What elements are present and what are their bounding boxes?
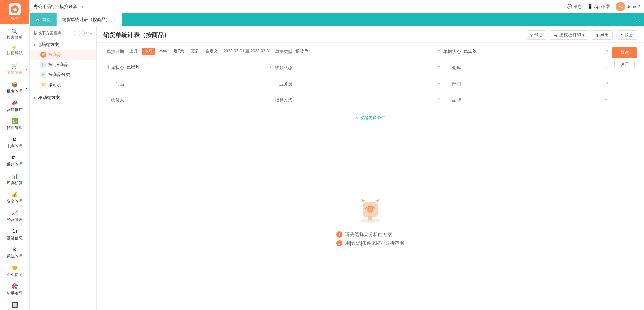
page-title-actions: ? 帮助 🖨 按模板打印 ▾ ⬆ 导出 ↻ 刷新 [527, 30, 637, 40]
page-title: 销货单统计表（按商品） [103, 31, 170, 39]
department-label: 部门 [440, 81, 464, 87]
scheme-icon-product: 按 [40, 52, 46, 58]
date-btn-last-month[interactable]: 上月 [127, 48, 140, 55]
help-icon: ? [530, 33, 533, 38]
tab-minimize-icon[interactable]: — [627, 17, 633, 23]
doc-status-label: 单据状态 [440, 49, 464, 55]
warehouse-label: 仓库 [440, 65, 464, 71]
avatar: Ea [616, 2, 625, 11]
tree-child-by-month-product[interactable]: 月 按月+商品 [30, 60, 96, 70]
sidebar-item-marketing[interactable]: 📣 营销推广 [0, 97, 30, 115]
sidebar-item-finance[interactable]: 💰 资金管理 [0, 189, 30, 207]
tree-node-desktop[interactable]: ▾ 电脑端方案 [30, 40, 96, 50]
sidebar-item-enterprise[interactable]: 🤝 企业协同 [0, 262, 30, 280]
sidebar-logo: 畅 标赛 [0, 0, 30, 24]
app-download-button[interactable]: 📱 App下载 [587, 4, 610, 10]
sidebar-item-system[interactable]: ⚙ 系统管理 [0, 244, 30, 262]
date-btn-this-month[interactable]: 本月 [142, 48, 155, 55]
filter-cell-doc-status: 单据状态 已生效 ▾ [440, 47, 608, 59]
sidebar-item-sales[interactable]: 💹 销售管理 [0, 115, 30, 134]
brand-value[interactable]: ··· [464, 96, 608, 104]
tree-child-by-product[interactable]: 按 按商品 [30, 50, 96, 60]
right-content: 销货单统计表（按商品） ? 帮助 🖨 按模板打印 ▾ ⬆ 导出 [97, 26, 644, 310]
out-status-value[interactable]: 已出库 ▾ [127, 63, 272, 72]
retail-icon: 🛒 [11, 63, 18, 69]
template-print-button[interactable]: 🖨 按模板打印 ▾ [550, 30, 588, 40]
filter-cell-consignee: 收货人 ··· [103, 96, 272, 108]
sidebar-item-purchase[interactable]: 🛍 采购管理 [0, 152, 30, 170]
sidebar-logo-text: 标赛 [11, 16, 18, 21]
page-content: 按以下方案查询 + ⚙ « ▾ 电脑端方案 按 [30, 26, 644, 310]
tab-close-icon[interactable]: ✕ [113, 17, 117, 22]
sidebar-item-wholesale[interactable]: 📦 批发管理 ▴ [0, 79, 30, 97]
sidebar-item-retail[interactable]: 🛒 零售管理 ▾ [0, 60, 30, 79]
tab-maximize-icon[interactable]: ⛶ [635, 17, 641, 23]
department-value[interactable]: ▾ [464, 80, 608, 88]
consignee-label: 收货人 [103, 97, 127, 103]
date-btn-7days[interactable]: 近7天 [171, 48, 187, 55]
tabbar-right: — ⛶ [624, 13, 644, 26]
doc-type-value[interactable]: 销货单 ▾ [295, 47, 440, 56]
consignee-value[interactable]: ··· [127, 96, 272, 104]
print-icon: 🖨 [553, 33, 558, 38]
wholesale-icon: 📦 [11, 81, 18, 88]
filter-cell-warehouse: 仓库 ··· [440, 63, 608, 75]
doc-status-value[interactable]: 已生效 ▾ [464, 47, 608, 56]
date-btn-custom[interactable]: 自定义 [203, 48, 220, 55]
enterprise-icon: 🤝 [11, 265, 18, 271]
svg-point-7 [368, 208, 369, 209]
payment-value[interactable]: ▾ [295, 96, 440, 104]
ecommerce-icon: 🖥 [12, 137, 17, 143]
empty-tip-1: 1 请先选择要分析的方案 [336, 231, 404, 238]
tree-arrow-desktop: ▾ [34, 43, 35, 47]
tip-num-1: 1 [336, 231, 342, 238]
department-arrow: ▾ [606, 81, 608, 85]
refresh-button[interactable]: ↻ 刷新 [616, 30, 637, 40]
tree-section-desktop: ▾ 电脑端方案 按 按商品 月 按月+商品 分 按商品分类 司 按司机 [30, 38, 96, 91]
collapse-panel-button[interactable]: « [90, 31, 92, 36]
receipt-status-value[interactable]: ▾ [295, 63, 440, 72]
query-button[interactable]: 查询 [612, 47, 637, 58]
tree-node-mobile[interactable]: ▶ 移动端方案 [30, 93, 96, 103]
marketing-icon: 📣 [11, 100, 18, 106]
sidebar-quick-nav[interactable]: ⚡ 快捷导航 [7, 42, 23, 57]
sidebar-item-apps[interactable]: 🔲 应用中心 [0, 299, 30, 310]
export-button[interactable]: ⬆ 导出 [592, 30, 613, 40]
filter-cell-date: 单据日期 上月 本月 本年 近7天 更多 自定义 2023-03-01 至 20… [103, 47, 272, 59]
sidebar-item-inventory[interactable]: 📊 库存核算 [0, 170, 30, 189]
topbar-title: 办公用品行业模拟账套 [34, 4, 77, 10]
tree-child-by-driver[interactable]: 司 按司机 [30, 80, 96, 90]
export-icon: ⬆ [595, 33, 599, 38]
sidebar-search[interactable]: 🔍 搜索菜单 [7, 24, 23, 42]
sidebar-item-operations[interactable]: 📈 经营管理 [0, 207, 30, 225]
help-button[interactable]: ? 帮助 [527, 30, 546, 40]
topbar-dropdown-arrow[interactable]: ▾ [81, 4, 83, 9]
filter-cell-brand: 品牌 ··· [440, 96, 608, 108]
tab-home[interactable]: 🏠 首页 [30, 13, 57, 26]
sidebar-item-ecommerce[interactable]: 🖥 电商管理 [0, 134, 30, 152]
product-value[interactable]: ··· [127, 80, 272, 88]
filter-cell-out-status: 出库状态 已出库 ▾ [103, 63, 272, 75]
tree-child-by-category[interactable]: 分 按商品分类 [30, 70, 96, 80]
settings-scheme-button[interactable]: ⚙ [82, 30, 89, 36]
main-area: 办公用品行业模拟账套 ▾ 💬 消息 📱 App下载 Ea demo2 🏠 首页 [30, 0, 644, 310]
left-panel: 按以下方案查询 + ⚙ « ▾ 电脑端方案 按 [30, 26, 97, 310]
topbar-right: 💬 消息 📱 App下载 Ea demo2 [567, 2, 640, 11]
operations-icon: 📈 [11, 210, 18, 216]
warehouse-value[interactable]: ··· [464, 63, 608, 72]
scheme-icon-month-product: 月 [40, 62, 46, 68]
message-button[interactable]: 💬 消息 [567, 4, 582, 10]
collapse-conditions-button[interactable]: ∧ 收起更多条件 [103, 112, 637, 123]
settings-button[interactable]: 设置 [614, 60, 635, 69]
add-scheme-button[interactable]: + [74, 30, 80, 36]
sidebar-item-basics[interactable]: 🗂 基础信息 [0, 225, 30, 244]
date-btn-more[interactable]: 更多 [188, 48, 202, 55]
sidebar-item-guide[interactable]: 🎯 新手引导 [0, 280, 30, 299]
out-status-label: 出库状态 [103, 65, 127, 71]
user-menu[interactable]: Ea demo2 [616, 2, 640, 11]
date-btn-this-year[interactable]: 本年 [156, 48, 170, 55]
tab-sales-stats[interactable]: 销货单统计表（按商品） ✕ [57, 13, 122, 26]
salesman-value[interactable]: ··· [295, 80, 440, 88]
product-label: 商品 [103, 81, 127, 87]
empty-tip-2: 2 用[过滤]条件来缩小分析范围 [336, 240, 404, 246]
